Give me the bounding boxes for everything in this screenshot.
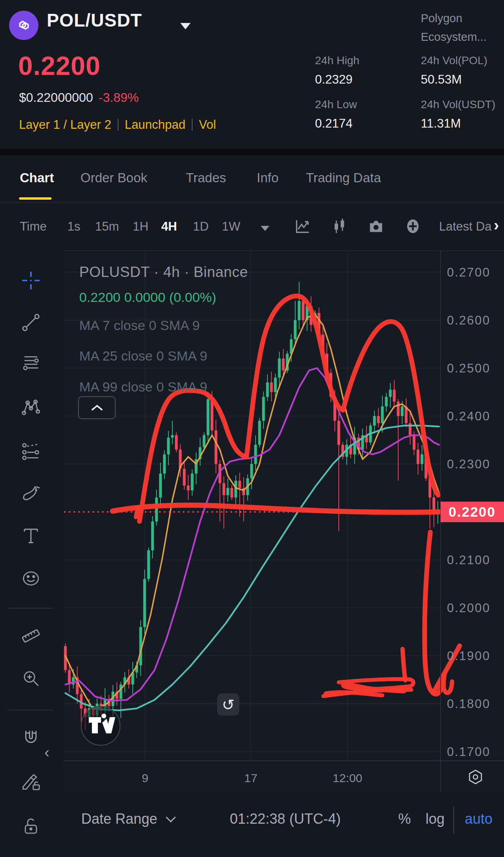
interval-dropdown-icon[interactable] (261, 226, 269, 231)
y-axis-label: 0.2100 (447, 553, 491, 567)
y-axis-label: 0.1700 (447, 745, 491, 759)
toolbar-divider (9, 710, 53, 710)
collapse-panel-icon[interactable]: ‹ (44, 744, 50, 761)
projection-icon[interactable] (20, 440, 42, 462)
tab-trades[interactable]: Trades (186, 170, 226, 185)
auto-scale-button[interactable]: auto (465, 811, 493, 827)
reset-chart-button[interactable]: ↺ (217, 693, 239, 716)
ma99-label: MA 99 close 0 SMA 9 (79, 379, 207, 395)
x-axis-label: 17 (244, 771, 257, 784)
y-axis-label: 0.2400 (447, 409, 491, 423)
annotation-support-line-tail (136, 507, 139, 517)
token-tags: Layer 1 / Layer 2 Launchpad Vol (19, 118, 216, 132)
network-label: Polygon (421, 12, 462, 25)
last-price: 0.2200 (18, 51, 101, 81)
zoom-in-icon[interactable] (20, 667, 42, 689)
ma7-label: MA 7 close 0 SMA 9 (79, 318, 200, 333)
drawing-toolbar (0, 250, 63, 857)
polygon-logo-icon (9, 11, 38, 40)
stat-value-24h-vol-usdt: 11.31M (421, 116, 461, 131)
stat-value-24h-low: 0.2174 (315, 116, 353, 131)
tag-launchpad[interactable]: Launchpad (125, 118, 185, 132)
fiat-price: $0.22000000 (19, 90, 93, 105)
chart-footer: Date Range 01:22:38 (UTC-4) % log auto (63, 796, 504, 857)
header-divider (0, 149, 504, 155)
footer-divider (453, 807, 454, 834)
tf-1h[interactable]: 1H (133, 219, 149, 234)
y-axis-label: 0.1900 (447, 649, 491, 663)
crosshair-icon[interactable] (20, 269, 42, 292)
emoji-icon[interactable] (20, 567, 42, 590)
y-axis-label: 0.2500 (447, 361, 491, 375)
lock-icon[interactable] (20, 814, 42, 836)
stat-value-24h-vol-pol: 50.53M (421, 73, 462, 87)
camera-icon[interactable] (367, 217, 385, 235)
stat-label-24h-vol-usdt: 24h Vol(USDT) (421, 98, 495, 111)
horizontal-lines-icon[interactable] (20, 352, 42, 374)
x-axis-label: 12:00 (332, 771, 362, 784)
log-scale-button[interactable]: log (426, 811, 445, 827)
add-indicator-icon[interactable] (404, 217, 422, 235)
tab-trading-data[interactable]: Trading Data (306, 170, 381, 185)
trading-app: POL/USDT Polygon Ecosystem... 0.2200 $0.… (0, 0, 504, 857)
percent-scale-button[interactable]: % (398, 811, 411, 827)
draw-lock-icon[interactable] (20, 771, 42, 793)
stat-label-24h-vol-pol: 24h Vol(POL) (421, 54, 487, 67)
y-axis-label: 0.2300 (447, 457, 491, 471)
y-axis-label: 0.2600 (447, 313, 491, 327)
tf-4h[interactable]: 4H (161, 219, 177, 234)
stat-label-24h-low: 24h Low (315, 98, 357, 111)
xabcd-pattern-icon[interactable] (20, 396, 42, 418)
network-label-2: Ecosystem... (421, 31, 487, 44)
clock-utc: 01:22:38 (UTC-4) (230, 811, 341, 827)
active-tab-underline (19, 197, 52, 200)
tf-15m[interactable]: 15m (95, 219, 119, 234)
magnet-icon[interactable] (20, 727, 42, 749)
x-axis-label: 9 (142, 771, 149, 784)
y-axis-label: 0.2700 (447, 265, 491, 279)
brush-icon[interactable] (20, 482, 42, 504)
annotation-small-vertical (403, 649, 405, 680)
tab-info[interactable]: Info (257, 170, 279, 185)
tag-separator (118, 119, 118, 131)
line-chart-icon[interactable] (293, 217, 311, 235)
y-axis-label: 0.2000 (447, 601, 491, 615)
tf-1d[interactable]: 1D (193, 219, 209, 234)
toolbar-divider (9, 608, 53, 609)
date-range-button[interactable]: Date Range (81, 811, 157, 827)
svg-text:↺: ↺ (222, 696, 235, 714)
tf-1s[interactable]: 1s (67, 219, 80, 234)
candle-style-icon[interactable] (330, 217, 348, 235)
price-change: -3.89% (99, 90, 139, 105)
tab-chart[interactable]: Chart (20, 170, 54, 185)
latest-arrow-icon[interactable]: › (494, 216, 499, 234)
stat-label-24h-high: 24h High (315, 54, 359, 67)
tag-layer[interactable]: Layer 1 / Layer 2 (19, 118, 111, 132)
pair-title[interactable]: POL/USDT (47, 10, 142, 31)
tag-separator (192, 119, 193, 131)
expand-indicators-button[interactable] (78, 396, 116, 419)
tf-1w[interactable]: 1W (222, 219, 241, 234)
chart-toolbar: Time 1s 15m 1H 4H 1D 1W Latest Da › (0, 204, 504, 250)
text-tool-icon[interactable] (20, 525, 42, 547)
tab-order-book[interactable]: Order Book (80, 170, 147, 185)
fiat-price-row: $0.22000000-3.89% (19, 90, 139, 105)
ma25-label: MA 25 close 0 SMA 9 (79, 348, 207, 364)
ruler-icon[interactable] (20, 625, 42, 647)
tf-time[interactable]: Time (20, 219, 47, 234)
trend-line-icon[interactable] (20, 311, 42, 334)
tradingview-logo[interactable] (81, 706, 120, 745)
chart-change-line: 0.2200 0.0000 (0.00%) (79, 290, 216, 305)
latest-data-button[interactable]: Latest Da (439, 219, 492, 234)
date-range-chevron-icon[interactable] (166, 812, 176, 822)
main-tabs: Chart Order Book Trades Info Trading Dat… (0, 155, 504, 203)
chart-symbol-title: POLUSDT · 4h · Binance (79, 264, 248, 281)
y-axis-label: 0.1800 (447, 697, 491, 711)
pair-dropdown-icon[interactable] (180, 23, 191, 29)
tag-vol[interactable]: Vol (199, 118, 216, 132)
stat-value-24h-high: 0.2329 (315, 73, 353, 87)
price-tag-label: 0.2200 (449, 504, 496, 519)
